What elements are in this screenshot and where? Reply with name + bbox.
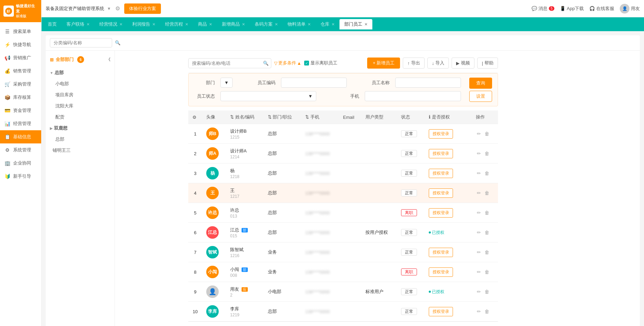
dropdown-arrow-icon[interactable]: ▼ bbox=[107, 6, 111, 11]
edit-icon[interactable]: ✏ bbox=[477, 289, 481, 294]
auth-login-btn[interactable]: 授权登录 bbox=[429, 129, 453, 139]
add-employee-btn[interactable]: + 新增员工 bbox=[367, 58, 400, 69]
col-phone[interactable]: ⇅ 手机 bbox=[301, 111, 339, 124]
search-input[interactable] bbox=[188, 58, 271, 68]
edit-icon[interactable]: ✏ bbox=[477, 210, 481, 215]
edit-icon[interactable]: ✏ bbox=[477, 190, 481, 196]
edit-icon[interactable]: ✏ bbox=[477, 230, 481, 235]
auth-login-btn[interactable]: 授权登录 bbox=[429, 169, 453, 178]
tab-add-goods[interactable]: 新增商品 ✕ bbox=[217, 19, 250, 29]
edit-icon[interactable]: ✏ bbox=[477, 131, 481, 136]
delete-icon[interactable]: 🗑 bbox=[484, 230, 489, 235]
sidebar-item-finance[interactable]: 💳 资金管理 bbox=[0, 104, 41, 117]
auth-login-btn[interactable]: 授权登录 bbox=[429, 149, 453, 158]
show-resign-checkbox[interactable]: ✓ bbox=[304, 61, 309, 65]
delete-icon[interactable]: 🗑 bbox=[484, 269, 489, 275]
export-btn[interactable]: ↑ 导出 bbox=[403, 58, 425, 69]
tab-bom[interactable]: 物料清单 ✕ bbox=[283, 19, 316, 29]
query-btn[interactable]: 查询 bbox=[469, 78, 492, 89]
auth-login-btn[interactable]: 授权登录 bbox=[429, 188, 453, 198]
dept-collapse-icon[interactable]: 《 bbox=[106, 57, 110, 63]
edit-icon[interactable]: ✏ bbox=[477, 151, 481, 156]
tab-operation-status-close-icon[interactable]: ✕ bbox=[119, 22, 123, 27]
edit-icon[interactable]: ✏ bbox=[477, 249, 481, 255]
dept-group-zonbu[interactable]: ▼总部 bbox=[46, 67, 115, 78]
category-search-icon[interactable]: 🔍 bbox=[115, 40, 120, 45]
search-submit-icon[interactable]: 🔍 bbox=[263, 61, 269, 66]
tab-dept-staff[interactable]: 部门员工 ✕ bbox=[339, 19, 372, 29]
delete-icon[interactable]: 🗑 bbox=[484, 210, 489, 215]
auth-login-btn[interactable]: 授权登录 bbox=[429, 208, 453, 218]
delete-icon[interactable]: 🗑 bbox=[484, 190, 489, 196]
tab-home[interactable]: 首页 bbox=[43, 19, 62, 29]
sidebar-item-quicknav[interactable]: ⚡ 快捷导航 bbox=[0, 38, 41, 51]
show-resign-toggle[interactable]: ✓ 显示离职员工 bbox=[304, 60, 337, 66]
tab-biz-history[interactable]: 经营历程 ✕ bbox=[160, 19, 193, 29]
sidebar-item-search[interactable]: ☰ 搜索菜单 bbox=[0, 25, 41, 38]
sidebar-item-system[interactable]: ⚙ 系统管理 bbox=[0, 143, 41, 157]
tab-goods-close-icon[interactable]: ✕ bbox=[209, 22, 212, 27]
dept-filter-select[interactable]: ▼ bbox=[220, 78, 233, 88]
col-name-code[interactable]: ⇅ 姓名/编码 bbox=[226, 111, 264, 124]
tab-biz-history-close-icon[interactable]: ✕ bbox=[185, 22, 188, 27]
video-btn[interactable]: ▶ 视频 bbox=[452, 58, 474, 69]
sidebar-item-operation[interactable]: 📊 经营管理 bbox=[0, 117, 41, 130]
delete-icon[interactable]: 🗑 bbox=[484, 170, 489, 176]
auth-login-btn[interactable]: 授权登录 bbox=[429, 248, 453, 257]
tab-operation-status[interactable]: 经营情况 ✕ bbox=[94, 19, 127, 29]
import-btn[interactable]: ↓ 导入 bbox=[427, 58, 449, 69]
tab-warehouse-close-icon[interactable]: ✕ bbox=[332, 22, 335, 27]
sidebar-item-sales[interactable]: 💰 销售管理 bbox=[0, 64, 41, 78]
dept-sub-xiaodian[interactable]: 小电部 bbox=[46, 78, 115, 89]
col-dept-position[interactable]: ⇅ 部门/职位 bbox=[264, 111, 301, 124]
category-search-input[interactable] bbox=[50, 38, 112, 47]
sidebar-item-purchase[interactable]: 🛒 采购管理 bbox=[0, 78, 41, 91]
delete-icon[interactable]: 🗑 bbox=[484, 249, 489, 255]
tab-customer-close-icon[interactable]: ✕ bbox=[87, 22, 90, 27]
tab-barcode-close-icon[interactable]: ✕ bbox=[275, 22, 278, 27]
delete-icon[interactable]: 🗑 bbox=[484, 289, 489, 294]
tab-add-goods-close-icon[interactable]: ✕ bbox=[242, 22, 245, 27]
sidebar-item-inventory[interactable]: 📦 库存核算 bbox=[0, 91, 41, 104]
delete-icon[interactable]: 🗑 bbox=[484, 309, 489, 314]
dept-sub-zongbu2[interactable]: 总部 bbox=[46, 134, 115, 145]
delete-icon[interactable]: 🗑 bbox=[484, 131, 489, 136]
tab-goods[interactable]: 商品 ✕ bbox=[193, 19, 217, 29]
user-menu-btn[interactable]: 👤 用友 bbox=[620, 4, 640, 14]
emp-status-select[interactable]: ▼ bbox=[220, 91, 316, 101]
app-download-btn[interactable]: 📱 App下载 bbox=[560, 6, 584, 12]
tab-customer[interactable]: 客户联络 ✕ bbox=[62, 19, 94, 29]
dept-item-puming[interactable]: 铺明王三 bbox=[46, 145, 115, 156]
auth-login-btn[interactable]: 授权登录 bbox=[429, 267, 453, 277]
dept-sub-peihuo[interactable]: 配货 bbox=[46, 112, 115, 123]
phone-input[interactable] bbox=[365, 91, 461, 101]
set-btn[interactable]: 设置 bbox=[469, 91, 492, 102]
edit-icon[interactable]: ✏ bbox=[477, 269, 481, 275]
sidebar-item-marketing[interactable]: 📢 营销推广 bbox=[0, 51, 41, 64]
tab-profit[interactable]: 利润报告 ✕ bbox=[127, 19, 160, 29]
dept-sub-shenyang[interactable]: 沈阳大库 bbox=[46, 100, 115, 112]
emp-name-input[interactable] bbox=[395, 78, 461, 88]
col-settings[interactable]: ⚙ bbox=[188, 111, 202, 124]
more-conditions-btn[interactable]: ▽ 更多条件 ▲ bbox=[274, 60, 301, 66]
sidebar-item-enterprise[interactable]: 🏢 企业协同 bbox=[0, 157, 41, 170]
sidebar-item-basic-info[interactable]: 📋 基础信息 bbox=[0, 130, 41, 143]
tab-warehouse[interactable]: 仓库 ✕ bbox=[316, 19, 339, 29]
dept-filter-icon[interactable]: 6 bbox=[77, 56, 84, 63]
settings-icon[interactable]: ⚙ bbox=[115, 5, 120, 12]
auth-login-btn[interactable]: 授权登录 bbox=[429, 307, 453, 316]
try-industry-btn[interactable]: 体验行业方案 bbox=[124, 3, 161, 14]
tab-barcode[interactable]: 条码方案 ✕ bbox=[250, 19, 283, 29]
delete-icon[interactable]: 🗑 bbox=[484, 151, 489, 156]
message-btn[interactable]: 💬 消息 5 bbox=[532, 6, 554, 12]
dept-sub-xiangmu[interactable]: 项目库房 bbox=[46, 89, 115, 100]
dept-group-shuangmeng[interactable]: ▶双鹿想 bbox=[46, 123, 115, 134]
sidebar-item-guide[interactable]: 🔰 新手引导 bbox=[0, 170, 41, 183]
edit-icon[interactable]: ✏ bbox=[477, 309, 481, 314]
tab-profit-close-icon[interactable]: ✕ bbox=[152, 22, 155, 27]
online-service-btn[interactable]: 🎧 在线客服 bbox=[589, 6, 614, 12]
tab-bom-close-icon[interactable]: ✕ bbox=[308, 22, 311, 27]
help-btn[interactable]: | 帮助 bbox=[477, 58, 498, 69]
edit-icon[interactable]: ✏ bbox=[477, 170, 481, 176]
emp-code-input[interactable] bbox=[281, 78, 347, 88]
